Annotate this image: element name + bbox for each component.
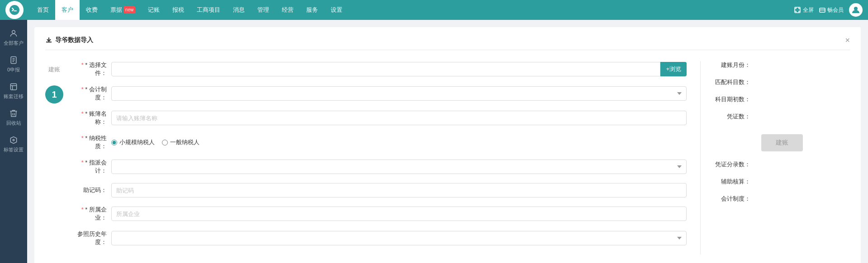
tax-type-radio-group: 小规模纳税人 一般纳税人 <box>111 138 199 146</box>
nav-bookkeeping[interactable]: 记账 <box>142 0 166 20</box>
new-badge: new <box>123 6 135 14</box>
sidebar-item-all-customers[interactable]: 全部客户 <box>0 24 27 51</box>
form-right: 建账月份： 匹配科目数： 科目期初数： 凭证数： 建账 <box>714 61 850 254</box>
svg-rect-6 <box>10 84 16 89</box>
ledger-name-input[interactable] <box>111 111 687 125</box>
nav-billing[interactable]: 收费 <box>80 0 104 20</box>
form-left: 建账 1 * 选择文件： +浏览 * 会计制度： <box>45 61 687 254</box>
svg-rect-1 <box>795 7 800 13</box>
nav-tax[interactable]: 报税 <box>166 0 190 20</box>
accountant-label: * 指派会计： <box>71 159 111 175</box>
sidebar-all-customers-label: 全部客户 <box>4 40 24 47</box>
form-container: 建账 1 * 选择文件： +浏览 * 会计制度： <box>45 61 850 254</box>
memo-row: 助记码： <box>71 183 687 197</box>
user-avatar[interactable] <box>849 3 863 17</box>
company-row: * 所属企业： <box>71 206 687 222</box>
fullscreen-button[interactable]: 全屏 <box>794 6 814 14</box>
radio-general-taxpayer[interactable]: 一般纳税人 <box>162 138 199 146</box>
company-input[interactable] <box>111 207 687 221</box>
svg-point-7 <box>13 139 14 141</box>
radio-general-label: 一般纳税人 <box>170 138 199 146</box>
nav-service[interactable]: 服务 <box>300 0 324 20</box>
nav-manage[interactable]: 管理 <box>251 0 275 20</box>
file-row: * 选择文件： +浏览 <box>71 61 687 77</box>
sidebar: 全部客户 0申报 账套迁移 回收站 标签设置 <box>0 20 27 263</box>
ledger-name-label: * 账簿名称： <box>71 110 111 126</box>
history-year-row: 参照历史年度： <box>71 230 687 246</box>
nav-business-project[interactable]: 工商项目 <box>190 0 227 20</box>
accounting-system-right-row: 会计制度： <box>714 195 850 203</box>
initial-row: 科目期初数： <box>714 95 850 103</box>
app-logo[interactable] <box>5 1 24 19</box>
svg-point-0 <box>9 5 19 15</box>
build-account-label: 建账 <box>48 66 60 74</box>
voucher-label: 凭证数： <box>714 113 755 121</box>
aux-row: 辅助核算： <box>714 178 850 186</box>
import-icon <box>45 37 52 44</box>
accountant-select[interactable] <box>111 160 687 174</box>
form-divider <box>700 61 701 254</box>
top-navigation: 首页 客户 收费 票据 new 记账 报税 工商项目 消息 管理 经营 服务 设… <box>0 0 868 20</box>
accounting-system-select[interactable] <box>111 86 687 101</box>
nav-right-actions: 全屏 畅会员 <box>794 3 863 17</box>
nav-menu: 首页 客户 收费 票据 new 记账 报税 工商项目 消息 管理 经营 服务 设… <box>31 0 794 20</box>
history-year-label: 参照历史年度： <box>71 230 111 246</box>
nav-operation[interactable]: 经营 <box>275 0 300 20</box>
voucher-row: 凭证数： <box>714 113 850 121</box>
form-fields: * 选择文件： +浏览 * 会计制度： * 账簿名称： <box>71 61 687 254</box>
file-input[interactable] <box>111 62 660 76</box>
ledger-name-row: * 账簿名称： <box>71 110 687 126</box>
sidebar-item-recycle[interactable]: 回收站 <box>0 104 27 131</box>
memo-input[interactable] <box>111 183 687 197</box>
fullscreen-label: 全屏 <box>803 6 814 14</box>
match-label: 匹配科目数： <box>714 78 755 86</box>
tax-type-row: * 纳税性质： 小规模纳税人 一般纳税人 <box>71 134 687 150</box>
voucher-entries-row: 凭证分录数： <box>714 160 850 169</box>
aux-label: 辅助核算： <box>714 178 755 186</box>
member-button[interactable]: 畅会员 <box>819 6 844 14</box>
nav-home[interactable]: 首页 <box>31 0 55 20</box>
close-button[interactable]: × <box>845 36 850 44</box>
dialog-title: 导爷数据导入 <box>45 36 93 44</box>
svg-point-4 <box>12 30 15 33</box>
accounting-system-right-label: 会计制度： <box>714 195 755 203</box>
file-input-group: +浏览 <box>111 62 687 76</box>
radio-small-taxpayer[interactable]: 小规模纳税人 <box>111 138 155 146</box>
nav-settings[interactable]: 设置 <box>324 0 349 20</box>
svg-point-3 <box>854 7 858 10</box>
nav-invoice[interactable]: 票据 new <box>104 0 142 20</box>
radio-small-label: 小规模纳税人 <box>119 138 155 146</box>
history-year-select[interactable] <box>111 231 687 245</box>
file-label: * 选择文件： <box>71 61 111 77</box>
accounting-system-row: * 会计制度： <box>71 85 687 102</box>
nav-customers[interactable]: 客户 <box>55 0 80 20</box>
month-label: 建账月份： <box>714 61 755 69</box>
dialog-header: 导爷数据导入 × <box>45 36 850 50</box>
company-label: * 所属企业： <box>71 206 111 222</box>
initial-label: 科目期初数： <box>714 95 755 103</box>
radio-general-input[interactable] <box>162 140 168 146</box>
member-label: 畅会员 <box>827 6 844 14</box>
browse-button[interactable]: +浏览 <box>660 62 687 76</box>
month-row: 建账月份： <box>714 61 850 69</box>
sidebar-item-tag-settings[interactable]: 标签设置 <box>0 131 27 158</box>
tax-type-label: * 纳税性质： <box>71 134 111 150</box>
match-row: 匹配科目数： <box>714 78 850 86</box>
step-indicator: 1 <box>45 85 63 103</box>
accountant-row: * 指派会计： <box>71 159 687 175</box>
sidebar-zero-declare-label: 0申报 <box>7 66 20 73</box>
sidebar-tag-settings-label: 标签设置 <box>4 146 24 153</box>
create-account-button[interactable]: 建账 <box>761 134 803 151</box>
sidebar-ledger-migrate-label: 账套迁移 <box>4 93 24 100</box>
nav-message[interactable]: 消息 <box>227 0 251 20</box>
memo-label: 助记码： <box>71 186 111 194</box>
sidebar-item-ledger-migrate[interactable]: 账套迁移 <box>0 78 27 104</box>
sidebar-item-zero-declare[interactable]: 0申报 <box>0 51 27 78</box>
dialog-panel: 导爷数据导入 × 建账 1 * 选择文件： +浏览 <box>34 27 861 263</box>
accounting-system-label: * 会计制度： <box>71 85 111 102</box>
sidebar-recycle-label: 回收站 <box>6 120 21 127</box>
voucher-entries-label: 凭证分录数： <box>714 160 755 169</box>
dialog-title-text: 导爷数据导入 <box>55 36 93 44</box>
main-content: 导爷数据导入 × 建账 1 * 选择文件： +浏览 <box>27 20 868 263</box>
radio-small-input[interactable] <box>111 140 117 146</box>
